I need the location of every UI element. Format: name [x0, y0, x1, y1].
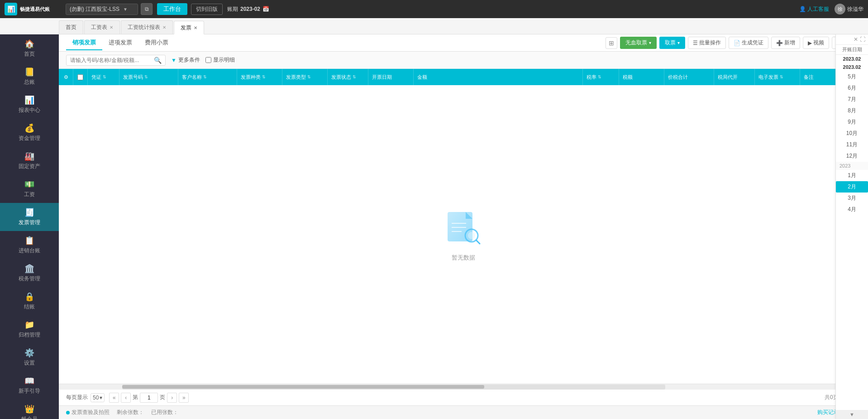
th-remark: 备注	[800, 69, 836, 85]
sidebar-item-guide[interactable]: 📖 新手引导	[0, 371, 59, 400]
grid-view-button[interactable]: ⊞	[606, 37, 617, 49]
no-ticket-button[interactable]: 无血取票 ▾	[620, 37, 657, 49]
sidebar-item-close-label: 结账	[24, 303, 35, 311]
tax-rate-sort-icon[interactable]: ⇅	[598, 75, 601, 79]
period-month-12[interactable]: 12月	[836, 150, 868, 162]
period-month-2023-02-2[interactable]: 2023.02	[836, 63, 868, 71]
get-ticket-button[interactable]: 取票 ▾	[659, 37, 685, 49]
page-input[interactable]	[140, 393, 158, 403]
sidebar-item-archive[interactable]: 📁 归档管理	[0, 315, 59, 343]
period-month-11[interactable]: 11月	[836, 139, 868, 150]
sidebar-item-home[interactable]: 🏠 首页	[0, 34, 59, 63]
no-ticket-label: 无血取票	[625, 39, 647, 47]
period-month-5[interactable]: 5月	[836, 71, 868, 82]
th-checkbox[interactable]	[73, 69, 88, 85]
prev-page-button[interactable]: ‹	[121, 393, 131, 403]
sub-tab-sales-invoice[interactable]: 销项发票	[66, 36, 102, 50]
show-detail-label: 显示明细	[213, 56, 235, 64]
per-page-label: 每页显示	[66, 394, 88, 401]
search-input[interactable]	[70, 57, 154, 63]
scrollbar-thumb[interactable]	[122, 385, 484, 389]
customer-sort-icon[interactable]: ⇅	[203, 75, 207, 79]
tab-salary-stats-close[interactable]: ✕	[162, 25, 166, 30]
avatar: 徐	[835, 4, 845, 14]
search-icon[interactable]: 🔍	[154, 57, 162, 64]
sub-tab-expense-receipt[interactable]: 费用小票	[138, 36, 175, 50]
tab-salary-table[interactable]: 工资表 ✕	[84, 20, 120, 34]
batch-op-button[interactable]: ☰ 批量操作	[688, 37, 726, 49]
th-total-label: 价税合计	[668, 74, 688, 81]
th-e-invoice: 电子发票 ⇅	[755, 69, 800, 85]
service-link[interactable]: 👤 人工客服	[799, 5, 829, 13]
more-filter-button[interactable]: ▼ 更多条件	[171, 56, 200, 64]
copy-company-button[interactable]: ⧉	[141, 3, 153, 15]
tab-home[interactable]: 首页	[59, 20, 83, 34]
sub-tab-sales-invoice-label: 销项发票	[72, 39, 96, 46]
sub-tabs: 销项发票 进项发票 费用小票 ⊞ 无血取票 ▾ 取票 ▾ ☰	[59, 34, 868, 52]
company-selector[interactable]: (勿删) 江西股宝-LSS ▼	[66, 4, 138, 15]
inv-category-sort-icon[interactable]: ⇅	[307, 75, 311, 79]
period-month-9[interactable]: 9月	[836, 116, 868, 128]
logo-icon: 📊	[5, 3, 17, 15]
sidebar-item-reports[interactable]: 📊 报表中心	[0, 91, 59, 119]
first-page-button[interactable]: «	[109, 393, 119, 403]
right-panel-close-button[interactable]: ✕	[854, 36, 858, 43]
select-all-checkbox[interactable]	[77, 74, 83, 80]
calendar-icon[interactable]: 📅	[262, 6, 269, 12]
sidebar-item-close[interactable]: 🔒 结账	[0, 287, 59, 315]
period-month-7[interactable]: 7月	[836, 94, 868, 105]
tab-invoice-close[interactable]: ✕	[194, 25, 197, 30]
show-detail-checkbox[interactable]	[205, 57, 211, 63]
period-month-1[interactable]: 1月	[836, 170, 868, 181]
status-sort-icon[interactable]: ⇅	[353, 75, 356, 79]
period-month-10[interactable]: 10月	[836, 128, 868, 139]
sidebar-item-purchase-sales-label: 进销台账	[19, 247, 40, 255]
period-scroll-down-button[interactable]: ▼	[836, 410, 868, 419]
period-month-6[interactable]: 6月	[836, 82, 868, 94]
period-month-4[interactable]: 4月	[836, 204, 868, 215]
sub-tab-purchase-invoice[interactable]: 进项发票	[102, 36, 138, 50]
sidebar-item-tax[interactable]: 🏛️ 税务管理	[0, 259, 59, 287]
batch-op-label: 批量操作	[699, 39, 721, 47]
th-voucher-label: 凭证	[91, 74, 101, 81]
workbench-button[interactable]: 工作台	[157, 3, 187, 15]
video-button[interactable]: ▶ 视频	[803, 37, 829, 49]
inv-type-sort-icon[interactable]: ⇅	[262, 75, 266, 79]
get-ticket-label: 取票	[665, 39, 676, 47]
sidebar-item-funds[interactable]: 💰 资金管理	[0, 119, 59, 147]
invoice-no-sort-icon[interactable]: ⇅	[144, 75, 148, 79]
right-panel-expand-button[interactable]: ⛶	[860, 36, 865, 43]
empty-icon	[441, 207, 486, 248]
gen-voucher-button[interactable]: 📄 生成凭证	[729, 37, 768, 49]
sidebar-item-home-label: 首页	[24, 50, 35, 58]
sidebar-item-settings[interactable]: ⚙️ 设置	[0, 343, 59, 371]
sidebar-item-member[interactable]: 👑 畅会员	[0, 400, 59, 419]
voucher-sort-icon[interactable]: ⇅	[103, 75, 106, 79]
invoice-check-dot	[66, 411, 70, 414]
tab-salary-stats[interactable]: 工资统计报表 ✕	[121, 20, 173, 34]
next-page-button[interactable]: ›	[167, 393, 177, 403]
sidebar-item-tax-label: 税务管理	[19, 275, 40, 283]
page-size-select[interactable]: 50 ▾	[91, 393, 105, 402]
user-area[interactable]: 徐 徐溢华	[835, 4, 863, 14]
main-layout: 🏠 首页 📒 总账 📊 报表中心 💰 资金管理 🏭 固定资产 💵 工资 🧾 发票…	[0, 34, 868, 419]
new-button[interactable]: ➕ 新增	[771, 37, 800, 49]
period-month-2-active[interactable]: 2月	[836, 181, 868, 193]
e-invoice-sort-icon[interactable]: ⇅	[780, 75, 783, 79]
last-page-button[interactable]: »	[179, 393, 189, 403]
tab-salary-table-close[interactable]: ✕	[110, 25, 113, 30]
th-settings[interactable]: ⚙	[59, 69, 73, 85]
period-month-2023-02-1[interactable]: 2023.02	[836, 55, 868, 63]
sidebar-item-purchase-sales[interactable]: 📋 进销台账	[0, 231, 59, 259]
tab-salary-table-label: 工资表	[91, 24, 107, 31]
purchase-sales-icon: 📋	[24, 236, 34, 246]
period-month-3[interactable]: 3月	[836, 193, 868, 204]
th-date: 开票日期	[368, 69, 414, 85]
tab-invoice[interactable]: 发票 ✕	[174, 21, 204, 34]
switch-old-button[interactable]: 切到旧版	[191, 4, 223, 15]
sidebar-item-assets[interactable]: 🏭 固定资产	[0, 147, 59, 175]
sidebar-item-invoice-mgmt[interactable]: 🧾 发票管理	[0, 203, 59, 231]
sidebar-item-salary[interactable]: 💵 工资	[0, 175, 59, 203]
sidebar-item-ledger[interactable]: 📒 总账	[0, 63, 59, 91]
period-month-8[interactable]: 8月	[836, 105, 868, 116]
